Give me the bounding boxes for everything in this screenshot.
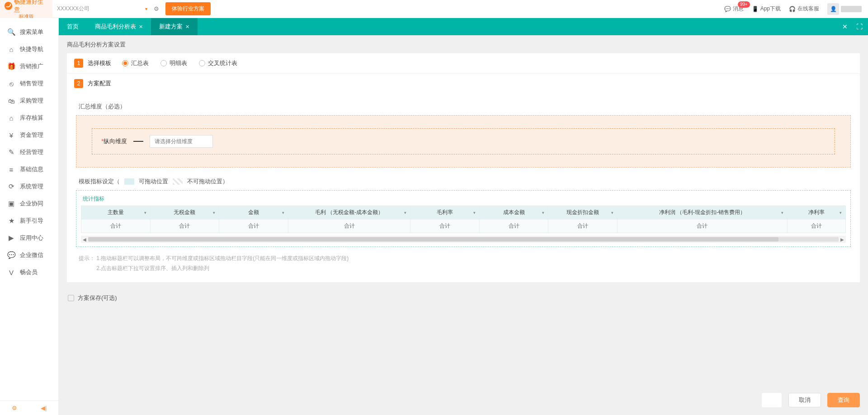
metrics-column-header[interactable]: 无税金额▾ xyxy=(150,206,219,219)
sidebar-item-label: 库存核算 xyxy=(20,114,43,122)
sidebar-item-14[interactable]: V畅会员 xyxy=(0,264,58,281)
chevron-down-icon[interactable]: ▾ xyxy=(542,210,544,215)
metrics-column-header[interactable]: 主数量▾ xyxy=(81,206,151,219)
tab-close-icon[interactable]: ✕ xyxy=(185,24,189,30)
phone-icon: 📱 xyxy=(752,6,759,12)
sidebar-item-label: 经营管理 xyxy=(20,148,43,156)
scroll-right-icon[interactable]: ▶ xyxy=(839,237,846,242)
sidebar-item-label: 资金管理 xyxy=(20,131,43,139)
metrics-column-header[interactable]: 现金折扣金额▾ xyxy=(548,206,618,219)
chevron-down-icon[interactable]: ▾ xyxy=(213,210,215,215)
app-download-link[interactable]: 📱 App下载 xyxy=(752,5,781,13)
tab-2[interactable]: 新建方案✕ xyxy=(151,18,198,35)
metrics-column-header[interactable]: 毛利率▾ xyxy=(410,206,480,219)
legend-row: 模板指标设定（ 可拖动位置 不可拖动位置） xyxy=(79,177,851,186)
sidebar-icon: 🔍 xyxy=(7,28,15,36)
sidebar-item-4[interactable]: 🛍采购管理 xyxy=(0,92,58,109)
legend-drag-label: 可拖动位置 xyxy=(139,177,168,186)
radio-dot-icon xyxy=(160,60,167,66)
dimension-section-label: 汇总维度（必选） xyxy=(79,103,851,111)
save-option-row: 方案保存(可选) xyxy=(59,289,868,304)
chevron-down-icon[interactable]: ▾ xyxy=(840,210,842,215)
dimension-label: *纵向维度 xyxy=(101,137,127,145)
sidebar-item-8[interactable]: ≡基础信息 xyxy=(0,161,58,178)
template-radio-1[interactable]: 明细表 xyxy=(160,59,187,67)
tab-label: 首页 xyxy=(67,23,79,31)
messages-link[interactable]: 💬 消息 99+ xyxy=(724,5,744,13)
metrics-sum-cell: 合计 xyxy=(410,219,480,233)
query-button[interactable]: 查询 xyxy=(827,393,860,407)
scroll-left-icon[interactable]: ◀ xyxy=(81,237,88,242)
company-name: XXXXXX公司 xyxy=(57,5,90,13)
chevron-down-icon[interactable]: ▾ xyxy=(144,210,146,215)
trial-button[interactable]: 体验行业方案 xyxy=(165,2,211,15)
sidebar-item-0[interactable]: 🔍搜索菜单 xyxy=(0,23,58,41)
chevron-down-icon[interactable]: ▾ xyxy=(611,210,613,215)
column-label: 毛利 （无税金额-成本金额） xyxy=(315,209,383,215)
radio-label: 汇总表 xyxy=(131,59,149,67)
company-select[interactable]: XXXXXX公司 ▾ xyxy=(57,3,147,15)
sidebar-item-2[interactable]: 🎁营销推广 xyxy=(0,58,58,75)
sidebar-settings-icon[interactable]: ⚙ xyxy=(0,401,29,415)
sidebar-item-9[interactable]: ⟳系统管理 xyxy=(0,178,58,195)
hint-1: 1.拖动标题栏可以调整布局，不可跨维度或指标区域拖动栏目字段(只能在同一维度或指… xyxy=(96,255,349,261)
draggable-swatch-icon xyxy=(124,178,134,185)
sidebar-item-11[interactable]: ★新手引导 xyxy=(0,212,58,229)
sidebar-item-label: 企业协同 xyxy=(20,200,43,208)
column-label: 主数量 xyxy=(108,209,124,215)
chevron-down-icon[interactable]: ▾ xyxy=(404,210,406,215)
sidebar-item-1[interactable]: ⌂快捷导航 xyxy=(0,41,58,58)
metrics-sum-cell: 合计 xyxy=(479,219,548,233)
chevron-down-icon: ▾ xyxy=(145,6,147,11)
sidebar-icon: ⟳ xyxy=(7,182,15,191)
step-1-badge: 1 xyxy=(74,59,83,68)
support-link[interactable]: 🎧 在线客服 xyxy=(789,5,819,13)
sidebar-item-12[interactable]: ▶应用中心 xyxy=(0,229,58,247)
metrics-table: 主数量▾无税金额▾金额▾毛利 （无税金额-成本金额）▾毛利率▾成本金额▾现金折扣… xyxy=(81,205,846,233)
save-checkbox[interactable] xyxy=(68,295,74,301)
sidebar-item-13[interactable]: 💬企业微信 xyxy=(0,247,58,264)
tab-close-icon[interactable]: ✕ xyxy=(139,24,143,30)
tab-fullscreen-icon[interactable]: ⛶ xyxy=(854,21,865,33)
tab-0[interactable]: 首页 xyxy=(59,18,87,35)
sidebar-icon: ≡ xyxy=(7,166,15,173)
app-download-label: App下载 xyxy=(760,5,781,13)
user-menu[interactable]: 👤 xyxy=(827,3,862,15)
tab-label: 商品毛利分析表 xyxy=(95,23,136,31)
metrics-column-header[interactable]: 金额▾ xyxy=(219,206,288,219)
chevron-down-icon[interactable]: ▾ xyxy=(473,210,476,215)
metrics-column-header[interactable]: 成本金额▾ xyxy=(479,206,548,219)
sidebar-item-3[interactable]: ⎋销售管理 xyxy=(0,75,58,92)
sidebar-collapse-icon[interactable]: ◀| xyxy=(29,401,59,415)
chevron-down-icon[interactable]: ▾ xyxy=(282,210,284,215)
support-label: 在线客服 xyxy=(797,5,819,13)
hint-2: 2.点击标题栏下拉可设置排序、插入列和删除列 xyxy=(96,265,209,271)
sidebar-item-6[interactable]: ¥资金管理 xyxy=(0,126,58,144)
sidebar-icon: ⌂ xyxy=(7,46,15,53)
horizontal-scrollbar[interactable]: ◀ ▶ xyxy=(81,236,846,243)
page-title: 商品毛利分析方案设置 xyxy=(59,35,868,53)
column-label: 现金折扣金额 xyxy=(566,209,599,215)
sidebar-item-7[interactable]: ✎经营管理 xyxy=(0,144,58,161)
dimension-dropzone: *纵向维度 xyxy=(76,115,851,168)
metrics-sum-cell: 合计 xyxy=(81,219,151,233)
metrics-column-header[interactable]: 毛利 （无税金额-成本金额）▾ xyxy=(288,206,410,219)
cancel-button[interactable]: 取消 xyxy=(788,393,821,407)
tab-label: 新建方案 xyxy=(159,23,183,31)
chevron-down-icon[interactable]: ▾ xyxy=(781,210,783,215)
metrics-sum-cell: 合计 xyxy=(548,219,618,233)
metrics-column-header[interactable]: 净利润 （毛利-现金折扣-销售费用）▾ xyxy=(618,206,788,219)
sidebar-icon: ¥ xyxy=(7,131,15,139)
tab-1[interactable]: 商品毛利分析表✕ xyxy=(87,18,151,35)
sidebar-item-5[interactable]: ⌂库存核算 xyxy=(0,109,58,126)
dimension-select[interactable] xyxy=(150,135,213,148)
sidebar-item-10[interactable]: ▣企业协同 xyxy=(0,195,58,212)
template-radio-2[interactable]: 交叉统计表 xyxy=(199,59,237,67)
footer-placeholder xyxy=(761,392,782,408)
metrics-column-header[interactable]: 净利率▾ xyxy=(787,206,845,219)
sidebar-icon: ▣ xyxy=(7,200,15,208)
metrics-sum-cell: 合计 xyxy=(618,219,788,233)
settings-gear-icon[interactable]: ⚙ xyxy=(154,5,159,12)
template-radio-0[interactable]: 汇总表 xyxy=(122,59,149,67)
tab-close-all-icon[interactable]: ✕ xyxy=(839,21,851,33)
